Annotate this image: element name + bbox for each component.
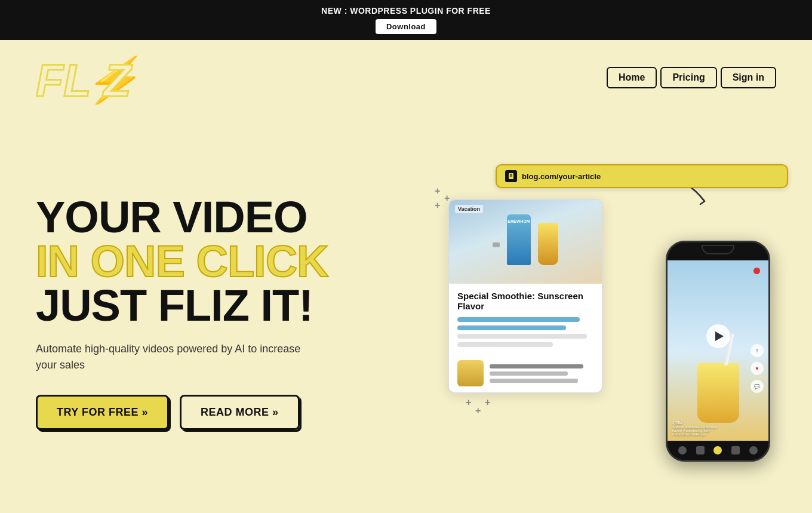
sunscreen-bottle: EREWHOM [507,214,531,265]
svg-text:FL: FL [36,56,91,105]
phone-smoothie-cup [697,363,739,423]
phone-play-button[interactable] [706,324,730,348]
hero-subtext: Automate high-quality videos powered by … [36,341,310,373]
logo[interactable]: FL ⚡ Z [36,51,137,105]
thumb-line-1 [490,364,583,368]
phone-notch [702,245,734,254]
phone-nav-1 [678,446,687,454]
plus-decoration-3: + [435,200,440,211]
phone-top-bar [668,242,768,260]
blog-card-mockup: Vacation EREWHOM Special Smoothie: Sunsc… [448,199,603,394]
bottle-label: EREWHOM [507,214,531,224]
headline-line3: JUST FLIZ IT! [36,281,313,330]
download-button[interactable]: Download [376,19,436,34]
read-more-button[interactable]: READ MORE » [180,395,300,430]
blog-thumbnail [457,360,484,386]
blog-card-image-inner: Vacation EREWHOM [449,200,602,284]
url-text: blog.com/your-article [522,172,601,181]
svg-text:Z: Z [102,56,133,105]
nav-home-button[interactable]: Home [607,67,657,88]
phone-nav-3 [713,446,722,454]
phone-nav-5 [749,446,758,454]
blog-card-image: Vacation EREWHOM [449,200,602,284]
phone-nav-4 [731,446,740,454]
phone-nav-2 [696,446,705,454]
phone-screen: ↑ ♥ 💬 @fliz Special smoothie sunscreen f… [668,260,768,441]
record-dot [753,268,760,274]
caption-username: @fliz [672,420,748,425]
blog-line-3 [457,334,587,339]
logo-svg: FL ⚡ Z [36,51,137,105]
blog-card-lines [457,317,593,347]
plus-decoration-1: + [435,186,440,196]
svg-rect-5 [510,176,512,177]
blog-line-4 [457,342,553,347]
blog-line-2 [457,325,566,330]
blog-card-bottom [449,354,602,392]
announcement-bar: NEW : WORDPRESS PLUGIN FOR FREE Download [0,0,812,40]
try-for-free-button[interactable]: TRY FOR FREE » [36,395,169,430]
thumb-line-3 [490,379,578,383]
cap-1 [493,242,500,247]
headline-line1: YOUR VIDEO [36,192,307,242]
phone-bottom-bar [668,441,768,460]
hero-buttons: TRY FOR FREE » READ MORE » [36,395,328,430]
hero-headline: YOUR VIDEO IN ONE CLICK JUST FLIZ IT! [36,195,328,328]
blog-image-label: Vacation [455,205,483,213]
header: FL ⚡ Z Home Pricing Sign in [0,40,812,115]
phone-share-icon: ↑ [751,344,764,357]
bookmark-icon [508,173,515,180]
svg-rect-4 [510,174,512,176]
url-pill: blog.com/your-article [496,164,788,188]
product-illustrations: EREWHOM [493,214,558,270]
nav: Home Pricing Sign in [607,67,776,88]
announcement-text: NEW : WORDPRESS PLUGIN FOR FREE [12,6,800,16]
plus-decoration-6: + [485,397,490,408]
thumb-line-2 [490,371,568,376]
plus-decoration-5: + [475,406,481,416]
plus-decoration-4: + [466,397,471,408]
nav-signin-button[interactable]: Sign in [721,67,776,88]
blog-line-1 [457,317,580,322]
blog-card-title: Special Smoothie: Sunscreen Flavor [457,291,593,311]
caption-hashtag: #SmoothieChallenge [672,432,748,436]
phone-comment-icon: 💬 [751,380,764,393]
hero-illustration: + + + + + + + blog.com/your-article [430,163,776,462]
play-triangle-icon [715,331,724,341]
url-icon [505,170,517,182]
headline-line2: IN ONE CLICK [36,239,328,284]
blog-thumb-lines [490,364,593,383]
phone-mockup: ↑ ♥ 💬 @fliz Special smoothie sunscreen f… [666,241,770,462]
smoothie-cup [538,223,558,265]
nav-pricing-button[interactable]: Pricing [660,67,716,88]
hero-section: YOUR VIDEO IN ONE CLICK JUST FLIZ IT! Au… [0,115,812,513]
phone-heart-icon: ♥ [751,362,764,375]
hero-content: YOUR VIDEO IN ONE CLICK JUST FLIZ IT! Au… [36,195,328,430]
phone-side-actions: ↑ ♥ 💬 [751,344,764,393]
phone-caption: @fliz Special smoothie sunscreen flavor!… [672,420,748,436]
blog-card-content: Special Smoothie: Sunscreen Flavor [449,284,602,354]
